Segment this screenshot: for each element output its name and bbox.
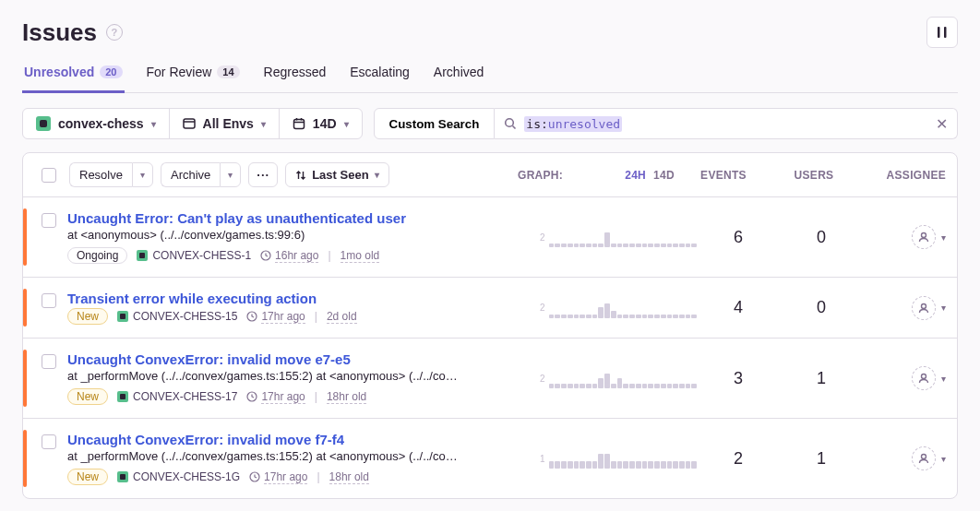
issue-main: Uncaught Error: Can't play as unauthenti… xyxy=(67,210,540,264)
events-count[interactable]: 2 xyxy=(697,449,780,469)
graph-header: GRAPH: xyxy=(518,169,563,182)
tab-escalating[interactable]: Escalating xyxy=(348,65,412,93)
sort-label: Last Seen xyxy=(312,168,368,182)
clock-icon xyxy=(246,311,257,322)
window-icon xyxy=(183,117,196,130)
issue-age: 1mo old xyxy=(341,249,380,263)
meta-separator: | xyxy=(317,470,319,483)
project-filter[interactable]: convex-chess ▾ xyxy=(23,109,169,138)
project-icon xyxy=(117,391,128,402)
issue-meta: NewCONVEX-CHESS-1717hr ago|18hr old xyxy=(67,388,540,405)
assignee-picker[interactable]: ▾ xyxy=(863,296,946,320)
graph-sparkline: 2 xyxy=(540,368,697,388)
time-filter-label: 14D xyxy=(313,116,337,131)
events-count[interactable]: 4 xyxy=(697,298,780,317)
issue-age: 2d old xyxy=(327,310,357,324)
sort-button[interactable]: Last Seen ▾ xyxy=(285,162,388,187)
chevron-down-icon: ▾ xyxy=(941,454,946,464)
last-seen: 16hr ago xyxy=(260,249,318,263)
tab-label: Archived xyxy=(434,65,484,79)
assignee-picker[interactable]: ▾ xyxy=(863,225,946,249)
project-icon xyxy=(36,116,51,131)
assignee-picker[interactable]: ▾ xyxy=(863,366,946,390)
issue-short-id[interactable]: CONVEX-CHESS-1G xyxy=(117,470,240,483)
unassigned-icon[interactable] xyxy=(912,296,936,320)
users-count[interactable]: 0 xyxy=(780,228,863,247)
issue-checkbox[interactable] xyxy=(42,434,56,449)
issue-location: at _performMove (../../convex/games.ts:1… xyxy=(67,449,540,463)
tab-unresolved[interactable]: Unresolved20 xyxy=(22,65,125,93)
issue-title-link[interactable]: Uncaught ConvexError: invalid move f7-f4 xyxy=(67,432,344,447)
select-all-checkbox[interactable] xyxy=(42,168,56,183)
assignee-picker[interactable]: ▾ xyxy=(863,446,946,470)
issue-title-link[interactable]: Uncaught ConvexError: invalid move e7-e5 xyxy=(67,351,351,367)
clear-search-icon[interactable]: ✕ xyxy=(936,115,948,133)
events-header: EVENTS xyxy=(682,169,765,182)
last-seen: 17hr ago xyxy=(246,310,305,324)
meta-separator: | xyxy=(328,249,330,262)
more-actions-button[interactable]: ··· xyxy=(248,162,278,187)
issue-checkbox[interactable] xyxy=(42,293,56,308)
issue-short-id[interactable]: CONVEX-CHESS-17 xyxy=(117,390,237,403)
tab-label: For Review xyxy=(147,65,212,79)
env-filter[interactable]: All Envs ▾ xyxy=(169,109,279,138)
users-count[interactable]: 1 xyxy=(780,369,863,388)
events-count[interactable]: 3 xyxy=(697,369,780,388)
unassigned-icon[interactable] xyxy=(912,225,936,249)
archive-button[interactable]: Archive xyxy=(161,162,220,187)
tab-regressed[interactable]: Regressed xyxy=(262,65,329,93)
status-pill: New xyxy=(67,388,108,405)
issue-location: at <anonymous> (../../convex/games.ts:99… xyxy=(67,228,540,242)
search-input[interactable]: is:unresolved ✕ xyxy=(495,108,958,139)
events-count[interactable]: 6 xyxy=(697,228,780,247)
chevron-down-icon: ▾ xyxy=(375,170,379,180)
last-seen: 17hr ago xyxy=(246,390,305,404)
page-header: Issues ? xyxy=(22,17,958,48)
issue-title-link[interactable]: Transient error while executing action xyxy=(67,291,317,306)
resolve-button[interactable]: Resolve xyxy=(69,162,132,187)
issue-meta: NewCONVEX-CHESS-1517hr ago|2d old xyxy=(67,308,540,325)
users-count[interactable]: 1 xyxy=(780,449,863,469)
graph-24h-toggle[interactable]: 24h xyxy=(625,169,646,182)
status-pill: New xyxy=(67,308,108,325)
issue-meta: NewCONVEX-CHESS-1G17hr ago|18hr old xyxy=(67,469,540,485)
meta-separator: | xyxy=(315,310,317,323)
unassigned-icon[interactable] xyxy=(912,446,936,470)
issue-title-link[interactable]: Uncaught Error: Can't play as unauthenti… xyxy=(67,210,406,226)
search-icon xyxy=(504,117,517,130)
svg-point-15 xyxy=(922,374,926,379)
unassigned-icon[interactable] xyxy=(912,366,936,390)
chevron-down-icon: ▾ xyxy=(151,119,156,129)
graph-sparkline: 2 xyxy=(540,227,697,247)
stats-button[interactable] xyxy=(926,17,958,48)
time-filter[interactable]: 14D ▾ xyxy=(279,109,362,138)
archive-dropdown[interactable]: ▾ xyxy=(220,162,241,187)
resolve-dropdown[interactable]: ▾ xyxy=(132,162,153,187)
custom-search-label: Custom Search xyxy=(389,117,480,131)
svg-rect-1 xyxy=(944,27,947,38)
bars-icon xyxy=(936,26,949,39)
chevron-down-icon: ▾ xyxy=(228,170,233,180)
issue-list: Uncaught Error: Can't play as unauthenti… xyxy=(23,197,957,498)
filters-row: convex-chess ▾ All Envs ▾ 14D xyxy=(22,108,958,139)
help-icon[interactable]: ? xyxy=(106,24,123,41)
search-token[interactable]: is:unresolved xyxy=(524,116,622,132)
tab-archived[interactable]: Archived xyxy=(432,65,485,93)
status-pill: Ongoing xyxy=(67,247,127,264)
svg-point-11 xyxy=(922,233,926,238)
svg-point-17 xyxy=(922,455,926,459)
graph-14d-toggle[interactable]: 14d xyxy=(653,169,675,182)
issue-row: Uncaught ConvexError: invalid move e7-e5… xyxy=(23,339,957,419)
users-count[interactable]: 0 xyxy=(780,298,863,317)
assignee-header: ASSIGNEE xyxy=(863,169,946,182)
issue-age: 18hr old xyxy=(329,470,369,484)
issue-short-id[interactable]: CONVEX-CHESS-15 xyxy=(117,310,237,323)
issue-checkbox[interactable] xyxy=(42,213,56,228)
issue-short-id[interactable]: CONVEX-CHESS-1 xyxy=(137,249,251,262)
tab-for-review[interactable]: For Review14 xyxy=(145,65,242,93)
custom-search-button[interactable]: Custom Search xyxy=(374,108,496,139)
severity-indicator xyxy=(23,208,27,266)
issue-main: Transient error while executing actionNe… xyxy=(67,291,540,325)
issue-checkbox[interactable] xyxy=(42,354,56,369)
clock-icon xyxy=(246,391,257,402)
